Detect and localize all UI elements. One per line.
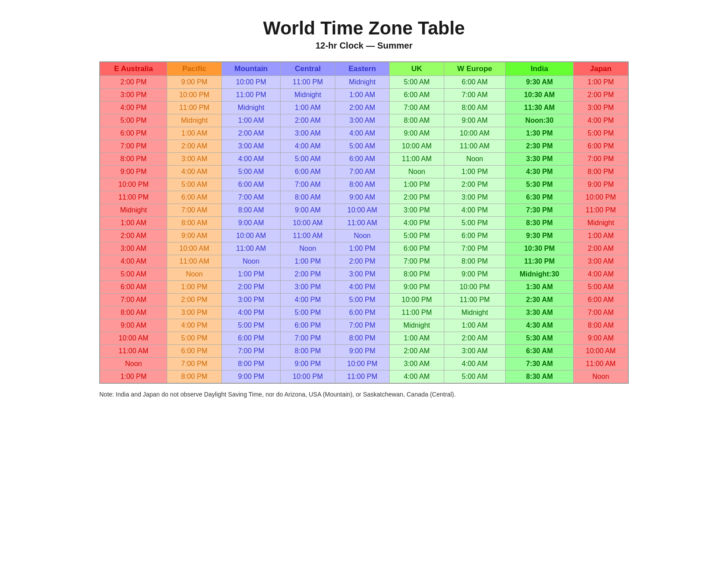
table-cell: 5:00 AM — [390, 76, 444, 89]
table-cell: 8:00 AM — [390, 114, 444, 127]
table-cell: 7:00 AM — [335, 166, 389, 178]
table-cell: 10:00 AM — [444, 127, 505, 140]
table-row: 6:00 AM1:00 PM2:00 PM3:00 PM4:00 PM9:00 … — [100, 281, 628, 294]
table-cell: 6:00 PM — [100, 127, 167, 140]
table-cell: 5:00 PM — [574, 127, 628, 140]
table-row: 7:00 PM2:00 AM3:00 AM4:00 AM5:00 AM10:00… — [100, 140, 628, 153]
table-cell: 3:30 AM — [505, 306, 573, 319]
table-cell: 10:00 AM — [281, 217, 335, 230]
table-cell: 9:00 PM — [221, 370, 281, 384]
table-cell: 5:00 AM — [335, 140, 389, 153]
table-cell: 10:00 PM — [281, 370, 335, 384]
table-cell: 3:30 PM — [505, 153, 573, 166]
table-cell: 10:00 AM — [167, 242, 221, 255]
table-cell: 5:00 PM — [281, 306, 335, 319]
col-header-col-mountain: Mountain — [221, 62, 281, 76]
table-cell: 9:00 AM — [167, 230, 221, 242]
table-cell: 4:00 AM — [574, 268, 628, 281]
table-cell: Midnight — [335, 76, 389, 89]
table-row: Noon7:00 PM8:00 PM9:00 PM10:00 PM3:00 AM… — [100, 358, 628, 370]
table-cell: 4:00 AM — [167, 166, 221, 178]
table-row: 5:00 AMNoon1:00 PM2:00 PM3:00 PM8:00 PM9… — [100, 268, 628, 281]
table-cell: 4:00 AM — [390, 370, 444, 384]
table-cell: 6:00 AM — [167, 191, 221, 204]
table-cell: 8:00 AM — [100, 306, 167, 319]
table-cell: 5:00 AM — [221, 166, 281, 178]
table-cell: 3:00 AM — [167, 153, 221, 166]
table-row: 11:00 AM6:00 PM7:00 PM8:00 PM9:00 PM2:00… — [100, 345, 628, 358]
table-cell: 8:00 PM — [444, 255, 505, 268]
table-cell: 2:00 AM — [444, 332, 505, 345]
table-cell: 7:00 AM — [221, 191, 281, 204]
table-cell: 9:00 PM — [390, 281, 444, 294]
table-row: 1:00 AM8:00 AM9:00 AM10:00 AM11:00 AM4:0… — [100, 217, 628, 230]
table-row: 2:00 PM9:00 PM10:00 PM11:00 PMMidnight5:… — [100, 76, 628, 89]
table-row: 9:00 PM4:00 AM5:00 AM6:00 AM7:00 AMNoon1… — [100, 166, 628, 178]
table-cell: 10:00 AM — [574, 345, 628, 358]
table-cell: 5:00 AM — [100, 268, 167, 281]
table-row: 2:00 AM9:00 AM10:00 AM11:00 AMNoon5:00 P… — [100, 230, 628, 242]
table-cell: 8:00 PM — [167, 370, 221, 384]
table-cell: 5:00 PM — [100, 114, 167, 127]
table-cell: 4:00 PM — [574, 114, 628, 127]
table-cell: 5:00 PM — [167, 332, 221, 345]
table-cell: 1:00 PM — [100, 370, 167, 384]
table-cell: 11:00 PM — [100, 191, 167, 204]
table-cell: 7:00 PM — [390, 255, 444, 268]
table-cell: 11:00 AM — [390, 153, 444, 166]
table-cell: 11:00 AM — [221, 242, 281, 255]
table-cell: 4:00 PM — [100, 102, 167, 114]
table-cell: 1:00 PM — [444, 166, 505, 178]
table-cell: 2:00 PM — [100, 76, 167, 89]
table-cell: 5:00 PM — [335, 294, 389, 306]
table-cell: 2:00 PM — [335, 255, 389, 268]
table-row: 8:00 PM3:00 AM4:00 AM5:00 AM6:00 AM11:00… — [100, 153, 628, 166]
table-cell: 10:00 PM — [390, 294, 444, 306]
table-cell: 3:00 AM — [335, 114, 389, 127]
table-cell: 11:00 PM — [390, 306, 444, 319]
col-header-col-japan: Japan — [574, 62, 628, 76]
table-cell: 3:00 PM — [221, 294, 281, 306]
table-cell: 2:00 AM — [574, 242, 628, 255]
table-cell: 4:00 PM — [444, 204, 505, 217]
table-cell: 7:00 AM — [574, 306, 628, 319]
table-cell: 4:00 PM — [335, 281, 389, 294]
col-header-col-uk: UK — [390, 62, 444, 76]
table-cell: 3:00 AM — [390, 358, 444, 370]
table-cell: Midnight — [574, 217, 628, 230]
table-cell: 4:00 PM — [167, 319, 221, 332]
table-cell: 8:30 AM — [505, 370, 573, 384]
table-cell: 8:00 PM — [574, 166, 628, 178]
table-cell: 10:00 PM — [574, 191, 628, 204]
table-cell: 7:30 AM — [505, 358, 573, 370]
table-cell: Midnight — [444, 306, 505, 319]
table-cell: 7:00 PM — [281, 332, 335, 345]
table-row: 7:00 AM2:00 PM3:00 PM4:00 PM5:00 PM10:00… — [100, 294, 628, 306]
table-cell: 5:30 PM — [505, 178, 573, 191]
table-cell: Midnight — [100, 204, 167, 217]
table-cell: 1:00 AM — [281, 102, 335, 114]
table-cell: 9:00 AM — [390, 127, 444, 140]
table-cell: 8:00 AM — [335, 178, 389, 191]
table-cell: 2:00 AM — [390, 345, 444, 358]
table-cell: 1:00 AM — [574, 230, 628, 242]
table-cell: 3:00 PM — [444, 191, 505, 204]
timezone-table: E AustraliaPacificMountainCentralEastern… — [99, 61, 629, 384]
table-cell: 11:00 PM — [167, 102, 221, 114]
table-cell: 7:00 PM — [221, 345, 281, 358]
table-cell: 1:00 PM — [167, 281, 221, 294]
col-header-col-india: India — [505, 62, 573, 76]
table-cell: 1:30 PM — [505, 127, 573, 140]
table-cell: 6:00 PM — [221, 332, 281, 345]
table-cell: 2:00 AM — [281, 114, 335, 127]
table-cell: 11:00 AM — [444, 140, 505, 153]
table-cell: 2:00 AM — [100, 230, 167, 242]
table-cell: 10:00 AM — [221, 230, 281, 242]
col-header-col-w-europe: W Europe — [444, 62, 505, 76]
table-cell: 3:00 AM — [281, 127, 335, 140]
table-cell: 10:30 AM — [505, 89, 573, 102]
table-cell: 7:30 PM — [505, 204, 573, 217]
table-cell: 2:30 PM — [505, 140, 573, 153]
table-cell: 11:00 AM — [281, 230, 335, 242]
table-cell: 1:00 PM — [281, 255, 335, 268]
